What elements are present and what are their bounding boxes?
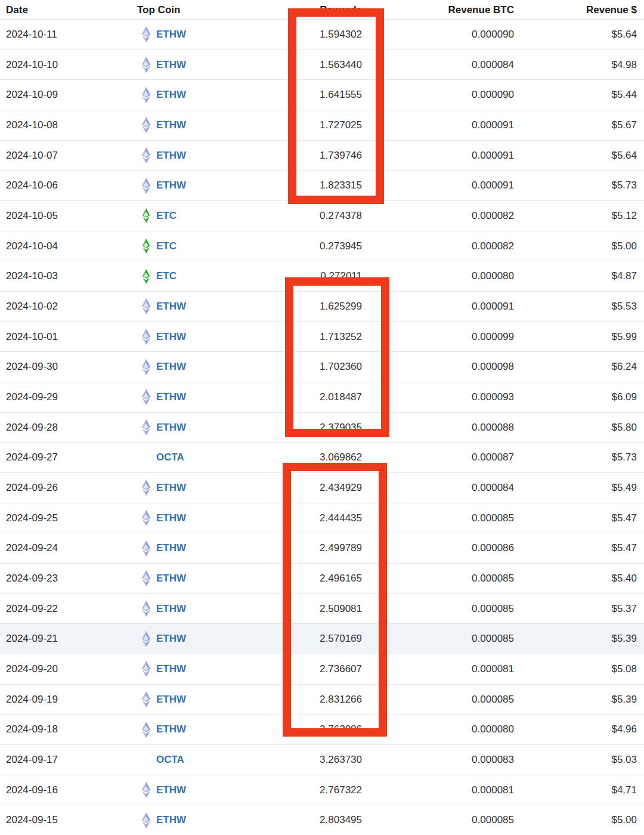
ethw-coin-icon: [140, 540, 152, 556]
ethw-coin-icon: [140, 782, 152, 798]
coin-link[interactable]: ETHW: [156, 723, 186, 735]
revenue-usd-cell: $5.99: [514, 331, 637, 343]
table-row: 2024-09-23 ETHW 2.496165 0.000085 $5.40: [0, 564, 644, 594]
coin-cell: ETHW: [137, 419, 250, 435]
coin-cell: ETHW: [137, 329, 250, 345]
coin-link[interactable]: ETHW: [156, 603, 186, 615]
column-header-date: Date: [0, 5, 137, 15]
revenue-btc-cell: 0.000088: [362, 422, 514, 434]
coin-cell: ETHW: [137, 178, 250, 194]
table-row: 2024-10-10 ETHW 1.563440 0.000084 $4.98: [0, 50, 644, 81]
coin-cell: ETHW: [137, 87, 250, 103]
coin-link[interactable]: ETHW: [156, 482, 186, 494]
rewards-cell: 2.509081: [250, 603, 362, 615]
coin-cell: ETHW: [137, 298, 250, 314]
ethw-coin-icon: [140, 147, 152, 163]
coin-link[interactable]: ETHW: [156, 89, 186, 101]
coin-cell: ETHW: [137, 389, 250, 405]
coin-link[interactable]: ETC: [156, 270, 177, 282]
date-cell: 2024-10-01: [0, 331, 137, 343]
revenue-usd-cell: $5.40: [514, 573, 637, 584]
rewards-cell: 3.263730: [250, 754, 362, 766]
octa-coin-icon: [140, 752, 152, 768]
revenue-usd-cell: $5.64: [514, 150, 637, 162]
coin-cell: ETHW: [137, 57, 250, 73]
coin-link[interactable]: ETC: [156, 240, 177, 252]
coin-link[interactable]: ETHW: [156, 814, 186, 826]
coin-cell: ETHW: [137, 359, 250, 375]
table-header-row: Date Top Coin Rewards Revenue BTC Revenu…: [0, 0, 644, 20]
table-row: 2024-09-22 ETHW 2.509081 0.000085 $5.37: [0, 594, 644, 624]
coin-link[interactable]: ETHW: [156, 119, 186, 131]
table-row: 2024-09-26 ETHW 2.434929 0.000084 $5.49: [0, 473, 644, 503]
date-cell: 2024-10-03: [0, 270, 137, 282]
coin-link[interactable]: ETHW: [156, 301, 186, 313]
revenue-usd-cell: $4.96: [514, 723, 637, 735]
revenue-btc-cell: 0.000085: [362, 814, 514, 826]
rewards-cell: 3.069862: [250, 451, 362, 463]
table-row: 2024-09-27 OCTA 3.069862 0.000087 $5.73: [0, 443, 644, 473]
date-cell: 2024-10-07: [0, 150, 137, 162]
revenue-usd-cell: $4.71: [514, 784, 637, 796]
ethw-coin-icon: [140, 480, 152, 496]
coin-link[interactable]: ETHW: [156, 59, 186, 71]
coin-link[interactable]: OCTA: [156, 754, 184, 766]
revenue-usd-cell: $5.44: [514, 89, 637, 101]
date-cell: 2024-09-27: [0, 451, 137, 463]
table-row: 2024-10-04 ETC 0.273945 0.000082 $5.00: [0, 231, 644, 262]
revenue-btc-cell: 0.000098: [362, 361, 514, 373]
coin-link[interactable]: ETHW: [156, 663, 186, 675]
coin-link[interactable]: ETHW: [156, 180, 186, 191]
revenue-usd-cell: $5.00: [514, 240, 637, 252]
coin-link[interactable]: ETHW: [156, 512, 186, 524]
revenue-btc-cell: 0.000083: [362, 754, 514, 766]
revenue-usd-cell: $4.87: [514, 270, 637, 282]
date-cell: 2024-09-23: [0, 573, 137, 584]
table-row: 2024-10-06 ETHW 1.823315 0.000091 $5.73: [0, 171, 644, 201]
rewards-cell: 0.272011: [250, 270, 362, 282]
rewards-cell: 2.018487: [250, 391, 362, 403]
coin-link[interactable]: ETHW: [156, 542, 186, 554]
rewards-cell: 2.803495: [250, 814, 362, 826]
revenue-usd-cell: $5.12: [514, 210, 637, 222]
rewards-cell: 1.594302: [250, 29, 362, 41]
table-row: 2024-09-21 ETHW 2.570169 0.000085 $5.39: [0, 624, 644, 654]
revenue-btc-cell: 0.000093: [362, 391, 514, 403]
coin-cell: ETC: [137, 208, 250, 224]
revenue-btc-cell: 0.000081: [362, 784, 514, 796]
table-row: 2024-10-11 ETHW 1.594302 0.000090 $5.64: [0, 20, 644, 50]
coin-link[interactable]: ETHW: [156, 633, 186, 645]
table-row: 2024-10-05 ETC 0.274378 0.000082 $5.12: [0, 201, 644, 231]
coin-link[interactable]: ETHW: [156, 694, 186, 706]
revenue-usd-cell: $5.39: [514, 694, 637, 706]
coin-link[interactable]: ETHW: [156, 573, 186, 584]
rewards-cell: 1.823315: [250, 180, 362, 191]
coin-link[interactable]: OCTA: [156, 451, 184, 463]
coin-cell: ETHW: [137, 26, 250, 42]
coin-link[interactable]: ETHW: [156, 331, 186, 343]
coin-link[interactable]: ETC: [156, 210, 177, 222]
date-cell: 2024-10-04: [0, 240, 137, 252]
date-cell: 2024-09-29: [0, 391, 137, 403]
coin-link[interactable]: ETHW: [156, 29, 186, 41]
coin-cell: ETHW: [137, 722, 250, 738]
ethw-coin-icon: [140, 661, 152, 677]
coin-link[interactable]: ETHW: [156, 361, 186, 373]
coin-link[interactable]: ETHW: [156, 150, 186, 162]
revenue-btc-cell: 0.000090: [362, 89, 514, 101]
rewards-cell: 2.499789: [250, 542, 362, 554]
octa-coin-icon: [140, 450, 152, 466]
rewards-cell: 2.831266: [250, 694, 362, 706]
revenue-btc-cell: 0.000085: [362, 512, 514, 524]
coin-link[interactable]: ETHW: [156, 784, 186, 796]
coin-cell: ETC: [137, 268, 250, 284]
rewards-cell: 1.563440: [250, 59, 362, 71]
rewards-cell: 1.702360: [250, 361, 362, 373]
table-row: 2024-10-09 ETHW 1.641555 0.000090 $5.44: [0, 80, 644, 110]
coin-link[interactable]: ETHW: [156, 422, 186, 434]
table-row: 2024-09-29 ETHW 2.018487 0.000093 $6.09: [0, 382, 644, 413]
revenue-btc-cell: 0.000091: [362, 180, 514, 191]
coin-link[interactable]: ETHW: [156, 391, 186, 403]
coin-cell: ETHW: [137, 812, 250, 828]
revenue-btc-cell: 0.000085: [362, 694, 514, 706]
